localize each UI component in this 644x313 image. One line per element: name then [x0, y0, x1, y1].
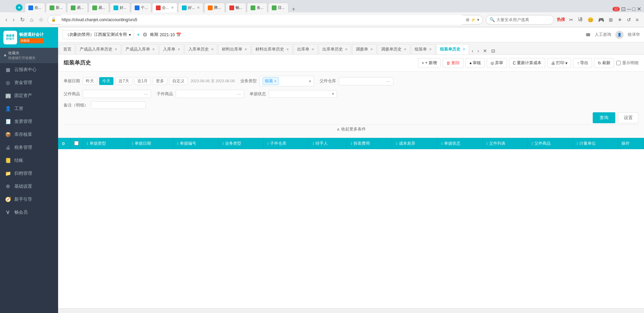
browser-tab-10[interactable]: 畅...: [226, 3, 246, 12]
th-bill-no[interactable]: ↕ 单据编号: [173, 138, 218, 149]
page-tab-finished[interactable]: 产成品入库单 ✕: [122, 44, 159, 54]
parent-goods-more-btn[interactable]: ···: [144, 91, 148, 97]
th-biz-type[interactable]: ↕ 业务类型: [218, 138, 263, 149]
cut-icon[interactable]: ✂: [568, 16, 575, 24]
th-bill-date[interactable]: ↕ 单据日期: [128, 138, 173, 149]
biz-type-dropdown-icon[interactable]: ▾: [309, 79, 311, 84]
browser-tab-5[interactable]: 好...: [110, 3, 130, 12]
page-tab-inbound[interactable]: 入库单 ✕: [159, 44, 184, 54]
search-input[interactable]: [496, 17, 537, 22]
th-checkbox[interactable]: [70, 138, 83, 149]
collapse-button[interactable]: ∧ 收起更多条件: [64, 125, 639, 133]
th-disassemble-fee[interactable]: ↕ 拆装费用: [347, 138, 392, 149]
page-tab-close-material-out[interactable]: ✕: [244, 47, 247, 51]
qr-code-icon[interactable]: ⊞: [466, 17, 469, 22]
address-dropdown-icon[interactable]: ▾: [477, 17, 479, 22]
abandon-button[interactable]: ◎ 弃审: [487, 58, 507, 68]
sidebar-item-vip[interactable]: V 畅会员: [0, 206, 58, 219]
minimize-button[interactable]: ─: [627, 6, 631, 12]
page-tab-close-transfer[interactable]: ✕: [370, 47, 373, 51]
sidebar-item-guide[interactable]: 🧭 新手引导: [0, 193, 58, 206]
page-tab-outbound-history[interactable]: 出库单历史 ✕: [319, 44, 351, 54]
sidebar-item-tax[interactable]: 🖨 税务管理: [0, 141, 58, 154]
page-tab-material-out-history[interactable]: 材料出库单历史 ✕: [252, 44, 293, 54]
biz-type-tag-remove[interactable]: ×: [274, 79, 277, 84]
tab-close-8[interactable]: ✕: [197, 6, 200, 10]
child-goods-more-btn[interactable]: ···: [237, 91, 241, 97]
grid-icon[interactable]: ⊞: [607, 16, 614, 24]
add-button[interactable]: + + 新增: [418, 58, 441, 68]
page-tab-close-material-out-history[interactable]: ✕: [286, 47, 289, 51]
yesterday-button[interactable]: 昨天: [83, 77, 97, 85]
browser-tab-8[interactable]: 好... ✕: [178, 3, 203, 12]
browser-tab-3[interactable]: 易...: [67, 3, 88, 12]
translate-icon[interactable]: 译: [577, 15, 584, 24]
browser-tab-11[interactable]: 各...: [247, 3, 267, 12]
parent-warehouse-more-btn[interactable]: ···: [386, 79, 390, 84]
th-child-warehouse[interactable]: ↕ 子件仓库: [264, 138, 309, 149]
sidebar-item-cash[interactable]: ◎ 资金管理: [0, 76, 58, 89]
page-tab-close-finished-history[interactable]: ✕: [115, 47, 117, 51]
page-tab-close-outbound-history[interactable]: ✕: [345, 47, 348, 51]
page-tab-transfer-history[interactable]: 调拨单历史 ✕: [377, 44, 410, 54]
browser-tab-6[interactable]: 个...: [131, 3, 151, 12]
page-tab-finished-history[interactable]: 产成品入库单历史 ✕: [76, 44, 121, 54]
th-cost-diff[interactable]: ↕ 成本差异: [392, 138, 437, 149]
browser-menu-icon[interactable]: ⊡: [621, 6, 626, 12]
page-tab-close-transfer-history[interactable]: ✕: [404, 47, 406, 51]
page-tab-close-finished[interactable]: ✕: [152, 47, 155, 51]
bill-status-dropdown-icon[interactable]: ▾: [332, 91, 334, 96]
note-input[interactable]: [91, 101, 146, 109]
new-tab-button[interactable]: +: [289, 6, 298, 12]
table-settings-icon[interactable]: ⚙: [62, 141, 65, 146]
boost-icon[interactable]: ⚡: [471, 17, 476, 22]
page-tab-assemble[interactable]: 组装单 ✕: [411, 44, 435, 54]
undo-icon[interactable]: ↺: [626, 16, 632, 24]
page-tab-outbound[interactable]: 出库单 ✕: [293, 44, 318, 54]
audit-button[interactable]: ● 审核: [466, 58, 485, 68]
account-selector[interactable]: （勿删勿禁用）江西服宝测试专用 ▾: [62, 30, 134, 39]
reload-button[interactable]: ↻: [19, 15, 26, 24]
page-tab-inbound-history[interactable]: 入库单历史 ✕: [185, 44, 217, 54]
th-bill-type[interactable]: ↕ 单据类型: [83, 138, 128, 149]
browser-tab-7[interactable]: 企... ✕: [152, 3, 177, 12]
th-parent-list[interactable]: ↕ 父件列表: [482, 138, 527, 149]
home-button[interactable]: ⌂: [29, 15, 35, 24]
add-account-button[interactable]: +: [137, 32, 140, 38]
emoji-icon[interactable]: 😊: [586, 16, 595, 24]
tab-more-button[interactable]: ⊟: [489, 47, 497, 54]
page-tab-close-inbound[interactable]: ✕: [177, 47, 180, 51]
filter-settings-button[interactable]: 设置: [618, 112, 639, 123]
select-all-checkbox[interactable]: [74, 141, 79, 145]
display-detail-checkbox[interactable]: [616, 61, 621, 65]
browser-tab-9[interactable]: 腾...: [204, 3, 225, 12]
print-button[interactable]: 🖨 打印 ▾: [547, 58, 571, 68]
tab-close-7[interactable]: ✕: [171, 6, 174, 10]
page-tab-close-assemble-history[interactable]: ✕: [462, 47, 465, 51]
sidebar-item-archive[interactable]: 📁 归档管理: [0, 167, 58, 180]
period-selector[interactable]: 账期 2021-10 📅: [150, 32, 181, 38]
sun-icon[interactable]: ☀: [616, 16, 623, 24]
close-button[interactable]: ✕: [637, 6, 641, 12]
scroll-bar-area[interactable]: [58, 308, 644, 313]
sidebar-item-inventory[interactable]: 📦 库存核算: [0, 128, 58, 141]
last1month-button[interactable]: 近1月: [134, 77, 151, 85]
sidebar-item-settings[interactable]: ⚙ 基础设置: [0, 180, 58, 193]
browser-settings-icon[interactable]: ≡: [634, 16, 640, 24]
page-tab-close-outbound[interactable]: ✕: [311, 47, 314, 51]
help-label[interactable]: 人工咨询: [595, 32, 611, 38]
more-date-button[interactable]: 更多: [153, 77, 167, 85]
page-tab-close-inbound-history[interactable]: ✕: [211, 47, 214, 51]
th-bill-status[interactable]: ↕ 单据状态: [437, 138, 482, 149]
today-button[interactable]: 今天: [99, 77, 113, 85]
url-input[interactable]: [57, 15, 466, 25]
page-tab-material-out[interactable]: 材料出库单 ✕: [218, 44, 251, 54]
favorites-section[interactable]: ★ 收藏夹 快捷键打开收藏夹: [0, 48, 58, 63]
last7days-button[interactable]: 近7天: [116, 77, 132, 85]
browser-tab-2[interactable]: 新...: [46, 3, 66, 12]
settings-gear-icon[interactable]: ⚙: [143, 31, 147, 38]
sidebar-item-close-account[interactable]: 📒 结账: [0, 154, 58, 167]
browser-tab-1[interactable]: 在...: [25, 3, 45, 12]
page-tab-assemble-history[interactable]: 组装单历史 ✕: [436, 44, 469, 54]
game-icon[interactable]: 🎮: [597, 16, 605, 24]
